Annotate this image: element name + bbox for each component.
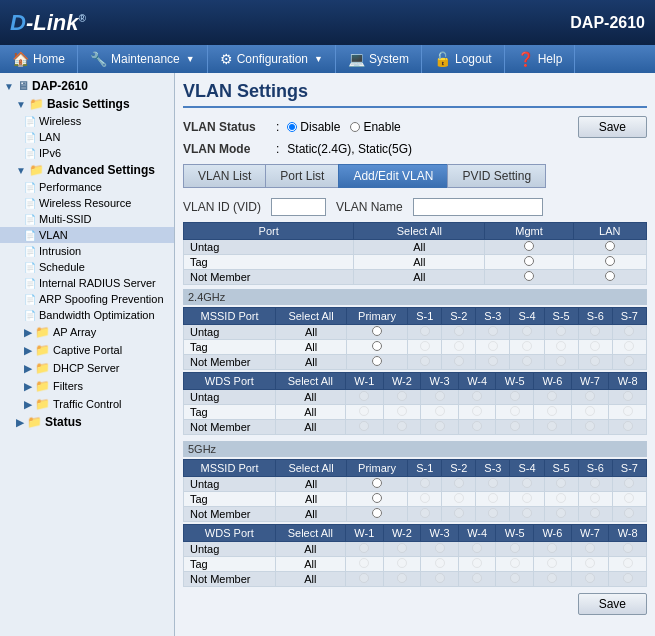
mssid5-untag-r1[interactable] [420, 478, 430, 488]
wds5-tag-r4[interactable] [472, 558, 482, 568]
nav-configuration[interactable]: ⚙ Configuration ▼ [208, 45, 336, 73]
mssid5-nm-r5[interactable] [556, 508, 566, 518]
sidebar-intrusion[interactable]: 📄 Intrusion [0, 243, 174, 259]
sidebar-wireless[interactable]: 📄 Wireless [0, 113, 174, 129]
nav-logout[interactable]: 🔓 Logout [422, 45, 505, 73]
port-untag-mgmt-radio[interactable] [524, 241, 534, 251]
mssid24-untag-r3[interactable] [488, 326, 498, 336]
mssid5-tag-r5[interactable] [556, 493, 566, 503]
wds24-tag-r1[interactable] [359, 406, 369, 416]
mssid24-nm-r0[interactable] [372, 356, 382, 366]
wds5-tag-r6[interactable] [547, 558, 557, 568]
mssid5-nm-r3[interactable] [488, 508, 498, 518]
mssid5-nm-r1[interactable] [420, 508, 430, 518]
mssid5-tag-r4[interactable] [522, 493, 532, 503]
mssid24-nm-r3[interactable] [488, 356, 498, 366]
mssid24-tag-r2[interactable] [454, 341, 464, 351]
wds5-untag-r1[interactable] [359, 543, 369, 553]
mssid24-untag-r7[interactable] [624, 326, 634, 336]
sidebar-status[interactable]: ▶ 📁 Status [0, 413, 174, 431]
nav-maintenance[interactable]: 🔧 Maintenance ▼ [78, 45, 208, 73]
sidebar-traffic-control[interactable]: ▶ 📁 Traffic Control [0, 395, 174, 413]
port-tag-mgmt[interactable] [485, 255, 573, 270]
wds24-nm-r1[interactable] [359, 421, 369, 431]
tab-add-edit-vlan[interactable]: Add/Edit VLAN [338, 164, 447, 188]
sidebar-filters[interactable]: ▶ 📁 Filters [0, 377, 174, 395]
wds24-nm-r4[interactable] [472, 421, 482, 431]
wds24-nm-r5[interactable] [510, 421, 520, 431]
wds24-tag-r8[interactable] [623, 406, 633, 416]
sidebar-multi-ssid[interactable]: 📄 Multi-SSID [0, 211, 174, 227]
sidebar-ipv6[interactable]: 📄 IPv6 [0, 145, 174, 161]
mssid24-tag-r6[interactable] [590, 341, 600, 351]
nav-system[interactable]: 💻 System [336, 45, 422, 73]
wds24-tag-r7[interactable] [585, 406, 595, 416]
wds5-nm-r2[interactable] [397, 573, 407, 583]
mssid5-untag-r2[interactable] [454, 478, 464, 488]
mssid24-tag-r1[interactable] [420, 341, 430, 351]
mssid24-untag-r4[interactable] [522, 326, 532, 336]
mssid24-untag-r1[interactable] [420, 326, 430, 336]
mssid24-nm-r1[interactable] [420, 356, 430, 366]
port-untag-mgmt[interactable] [485, 240, 573, 255]
wds5-nm-r7[interactable] [585, 573, 595, 583]
wds24-untag-r7[interactable] [585, 391, 595, 401]
wds24-untag-r8[interactable] [623, 391, 633, 401]
mssid5-untag-r4[interactable] [522, 478, 532, 488]
sidebar-advanced-settings[interactable]: ▼ 📁 Advanced Settings [0, 161, 174, 179]
wds5-untag-r3[interactable] [435, 543, 445, 553]
mssid5-untag-r5[interactable] [556, 478, 566, 488]
mssid24-tag-r0[interactable] [372, 341, 382, 351]
wds5-untag-r4[interactable] [472, 543, 482, 553]
wds5-tag-r3[interactable] [435, 558, 445, 568]
mssid24-untag-r2[interactable] [454, 326, 464, 336]
port-notmember-mgmt[interactable] [485, 270, 573, 285]
sidebar-root[interactable]: ▼ 🖥 DAP-2610 [0, 77, 174, 95]
mssid5-tag-r0[interactable] [372, 493, 382, 503]
wds5-nm-r5[interactable] [510, 573, 520, 583]
sidebar-performance[interactable]: 📄 Performance [0, 179, 174, 195]
mssid5-untag-r7[interactable] [624, 478, 634, 488]
port-untag-lan[interactable] [573, 240, 646, 255]
wds5-untag-r5[interactable] [510, 543, 520, 553]
mssid24-untag-r5[interactable] [556, 326, 566, 336]
mssid5-tag-r3[interactable] [488, 493, 498, 503]
sidebar-arp-spoofing[interactable]: 📄 ARP Spoofing Prevention [0, 291, 174, 307]
port-untag-lan-radio[interactable] [605, 241, 615, 251]
mssid5-nm-r0[interactable] [372, 508, 382, 518]
mssid24-nm-r6[interactable] [590, 356, 600, 366]
enable-radio[interactable] [350, 122, 360, 132]
port-tag-lan[interactable] [573, 255, 646, 270]
wds5-tag-r1[interactable] [359, 558, 369, 568]
wds5-nm-r3[interactable] [435, 573, 445, 583]
wds24-nm-r2[interactable] [397, 421, 407, 431]
mssid5-tag-r6[interactable] [590, 493, 600, 503]
wds24-untag-r1[interactable] [359, 391, 369, 401]
sidebar-basic-settings[interactable]: ▼ 📁 Basic Settings [0, 95, 174, 113]
wds24-nm-r7[interactable] [585, 421, 595, 431]
mssid24-nm-r2[interactable] [454, 356, 464, 366]
nav-home[interactable]: 🏠 Home [0, 45, 78, 73]
nav-help[interactable]: ❓ Help [505, 45, 576, 73]
mssid24-tag-r5[interactable] [556, 341, 566, 351]
wds24-tag-r5[interactable] [510, 406, 520, 416]
wds24-nm-r8[interactable] [623, 421, 633, 431]
wds5-nm-r6[interactable] [547, 573, 557, 583]
save-button-top[interactable]: Save [578, 116, 647, 138]
mssid5-tag-r2[interactable] [454, 493, 464, 503]
wds5-nm-r4[interactable] [472, 573, 482, 583]
mssid5-untag-r3[interactable] [488, 478, 498, 488]
sidebar-vlan[interactable]: 📄 VLAN [0, 227, 174, 243]
mssid5-nm-r6[interactable] [590, 508, 600, 518]
mssid5-nm-r2[interactable] [454, 508, 464, 518]
mssid5-tag-r1[interactable] [420, 493, 430, 503]
wds5-nm-r8[interactable] [623, 573, 633, 583]
sidebar-wireless-resource[interactable]: 📄 Wireless Resource [0, 195, 174, 211]
wds5-tag-r2[interactable] [397, 558, 407, 568]
sidebar-bandwidth[interactable]: 📄 Bandwidth Optimization [0, 307, 174, 323]
mssid5-untag-r0[interactable] [372, 478, 382, 488]
vlan-name-input[interactable] [413, 198, 543, 216]
sidebar-internal-radius[interactable]: 📄 Internal RADIUS Server [0, 275, 174, 291]
disable-option[interactable]: Disable [287, 120, 340, 134]
mssid5-nm-r4[interactable] [522, 508, 532, 518]
